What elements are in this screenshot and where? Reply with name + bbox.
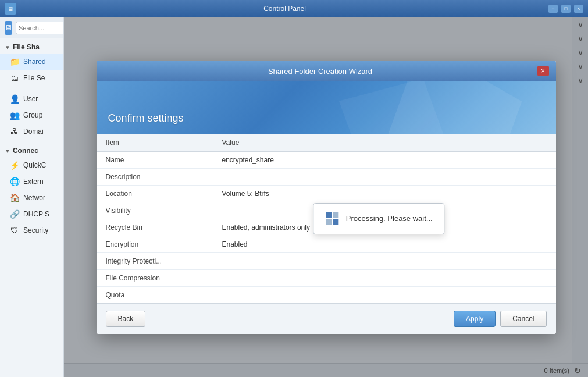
col-value: Value	[213, 134, 556, 152]
table-cell-value	[213, 287, 556, 304]
sidebar-item-quickconnect[interactable]: ⚡ QuickC	[0, 157, 63, 173]
modal-body: Item Value Nameencrypted_shareDescriptio…	[97, 134, 556, 303]
sidebar-item-shared-folders[interactable]: 📁 Shared	[0, 54, 63, 70]
security-icon: 🛡	[9, 225, 20, 236]
back-button[interactable]: Back	[106, 311, 146, 327]
table-cell-item: Description	[97, 169, 213, 186]
sidebar-item-external-label: Extern	[23, 177, 44, 186]
domain-icon: 🖧	[9, 126, 20, 137]
table-row: File Compression	[97, 270, 556, 287]
user-icon: 👤	[9, 94, 20, 104]
sidebar-item-security[interactable]: 🛡 Security	[0, 222, 63, 239]
connectivity-arrow: ▼	[5, 148, 10, 154]
sidebar-item-external-access[interactable]: 🌐 Extern	[0, 173, 63, 190]
sidebar-item-network-label: Networ	[23, 194, 45, 202]
modal-header: Confirm settings	[97, 81, 556, 134]
dhcp-icon: 🔗	[9, 209, 20, 219]
table-cell-value: encrypted_share	[213, 152, 556, 169]
table-cell-value: Enabled	[213, 236, 556, 253]
sidebar-item-file-services-label: File Se	[23, 74, 45, 82]
minimize-button[interactable]: −	[548, 5, 558, 13]
table-row: Description	[97, 169, 556, 186]
footer-right: Apply Cancel	[454, 311, 546, 327]
sidebar: 🖥 ▼ File Sha 📁 Shared 🗂 File Se 👤 User	[0, 17, 64, 377]
col-item: Item	[97, 134, 213, 152]
table-cell-item: Recycle Bin	[97, 219, 213, 236]
modal-footer: Back Apply Cancel	[97, 303, 556, 334]
processing-popup: Processing. Please wait...	[313, 203, 445, 234]
sidebar-section-file-sharing-header[interactable]: ▼ File Sha	[0, 41, 63, 54]
modal-titlebar: Shared Folder Creation Wizard ×	[97, 61, 556, 81]
cancel-button[interactable]: Cancel	[500, 311, 546, 327]
modal-title: Shared Folder Creation Wizard	[104, 67, 537, 76]
sidebar-item-shared-folders-label: Shared	[23, 58, 46, 66]
sidebar-item-dhcp-label: DHCP S	[23, 210, 49, 218]
table-row: Quota	[97, 287, 556, 304]
table-row: LocationVolume 5: Btrfs	[97, 186, 556, 202]
taskbar: 🖥 Control Panel − □ ×	[0, 0, 588, 17]
sidebar-item-security-label: Security	[23, 226, 48, 234]
modal-header-title: Confirm settings	[108, 112, 184, 125]
table-cell-value: Volume 5: Btrfs	[213, 186, 556, 202]
sidebar-header: 🖥	[0, 17, 63, 38]
apply-button[interactable]: Apply	[454, 311, 496, 327]
table-cell-item: Location	[97, 186, 213, 202]
sidebar-section-file-sharing: ▼ File Sha 📁 Shared 🗂 File Se	[0, 38, 63, 88]
shared-folder-icon: 📁	[9, 56, 20, 67]
maximize-button[interactable]: □	[561, 5, 571, 13]
sidebar-section-user-group: 👤 User 👥 Group 🖧 Domai	[0, 88, 63, 142]
sidebar-app-icon: 🖥	[5, 21, 12, 35]
external-access-icon: 🌐	[9, 176, 20, 187]
processing-spinner-icon	[325, 212, 339, 226]
modal-close-button[interactable]: ×	[537, 66, 549, 76]
sidebar-section-connectivity: ▼ Connec ⚡ QuickC 🌐 Extern 🏠 Networ 🔗 DH…	[0, 142, 63, 241]
table-cell-item: Name	[97, 152, 213, 169]
wizard-modal: Shared Folder Creation Wizard × Confirm …	[97, 61, 556, 334]
table-cell-value	[213, 169, 556, 186]
table-cell-item: File Compression	[97, 270, 213, 287]
table-cell-item: Visibility	[97, 202, 213, 219]
footer-left: Back	[106, 311, 146, 327]
table-row: EncryptionEnabled	[97, 236, 556, 253]
table-cell-item: Quota	[97, 287, 213, 304]
sidebar-item-group-label: Group	[23, 111, 42, 119]
group-icon: 👥	[9, 110, 20, 120]
app-icon: 🖥	[5, 3, 16, 15]
sidebar-item-dhcp[interactable]: 🔗 DHCP S	[0, 206, 63, 222]
sidebar-item-user[interactable]: 👤 User	[0, 91, 63, 107]
table-cell-value	[213, 253, 556, 270]
sidebar-item-domain-label: Domai	[23, 127, 44, 136]
section-label: File Sha	[13, 43, 40, 51]
quickconnect-icon: ⚡	[9, 160, 20, 170]
main-area: 🖥 ▼ File Sha 📁 Shared 🗂 File Se 👤 User	[0, 17, 588, 377]
modal-overlay: Shared Folder Creation Wizard × Confirm …	[64, 17, 588, 377]
table-cell-item: Integrity Protecti...	[97, 253, 213, 270]
table-row: Integrity Protecti...	[97, 253, 556, 270]
sidebar-item-quickconnect-label: QuickC	[23, 161, 46, 169]
search-input[interactable]	[16, 22, 64, 34]
processing-text: Processing. Please wait...	[346, 214, 433, 223]
table-cell-value	[213, 270, 556, 287]
taskbar-title: Control Panel	[21, 5, 548, 13]
sidebar-item-domain[interactable]: 🖧 Domai	[0, 123, 63, 140]
table-cell-item: Encryption	[97, 236, 213, 253]
table-row: Nameencrypted_share	[97, 152, 556, 169]
window-controls: − □ ×	[548, 5, 583, 13]
file-services-icon: 🗂	[9, 73, 20, 83]
connectivity-label: Connec	[13, 147, 38, 155]
sidebar-item-group[interactable]: 👥 Group	[0, 107, 63, 123]
sidebar-item-user-label: User	[23, 95, 38, 103]
content-area: ∨ ∨ ∨ ∨ ∨ 0 Item(s) ↻ Shared Folder Crea…	[64, 17, 588, 377]
network-icon: 🏠	[9, 193, 20, 203]
collapse-arrow: ▼	[5, 44, 10, 51]
sidebar-item-file-services[interactable]: 🗂 File Se	[0, 70, 63, 86]
sidebar-item-network[interactable]: 🏠 Networ	[0, 190, 63, 206]
close-button[interactable]: ×	[574, 5, 583, 13]
sidebar-section-connectivity-header[interactable]: ▼ Connec	[0, 144, 63, 157]
